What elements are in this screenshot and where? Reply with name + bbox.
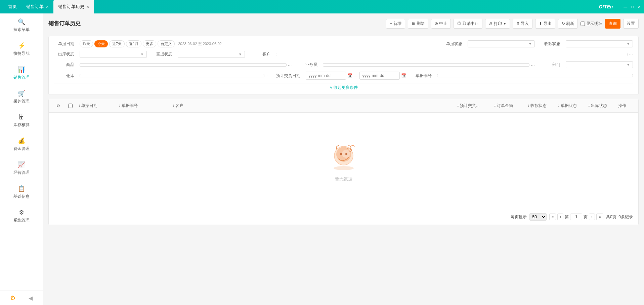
sidebar-item-sys-mgmt[interactable]: ⚙ 系统管理	[0, 204, 43, 228]
warehouse-select[interactable]	[80, 74, 264, 77]
sidebar-item-sales-mgmt[interactable]: 📊 销售管理	[0, 61, 43, 85]
customer-select[interactable]	[276, 53, 628, 56]
th-op: 操作	[615, 103, 636, 109]
filter-row-2: 出库状态 ▼ 完成状态 ▼ 客户 ···	[54, 51, 633, 58]
order-no-input[interactable]	[437, 74, 633, 77]
calendar-icon-start: 📅	[347, 73, 352, 78]
dept-arrow: ▼	[627, 63, 630, 67]
sidebar-item-quick-nav[interactable]: ⚡ 快捷导航	[0, 37, 43, 61]
export-btn[interactable]: ⬇ 导出	[535, 19, 555, 29]
dept-select[interactable]: ▼	[566, 61, 633, 68]
new-btn[interactable]: + 新增	[386, 19, 405, 29]
stop-btn[interactable]: ⊘ 中止	[431, 19, 451, 29]
th-customer[interactable]: ↕ 客户	[170, 103, 454, 109]
table-header: ⚙ ↕ 单据日期 ↕ 单据编号 ↕ 客户 ↕ 预计交货...	[49, 99, 638, 113]
th-delivery-label: ↕ 预计交货...	[457, 103, 479, 109]
th-check[interactable]	[65, 104, 76, 108]
sidebar-item-search-menu[interactable]: 🔍 搜索菜单	[0, 13, 43, 37]
date-badge-1month[interactable]: 近1月	[126, 40, 141, 47]
date-badge-yesterday[interactable]: 昨天	[80, 40, 93, 47]
tab-sales-order-history[interactable]: 销售订单历史 ✕	[53, 0, 94, 13]
query-btn[interactable]: 查询	[605, 19, 620, 29]
delivery-date-start[interactable]	[306, 72, 346, 80]
th-stock-status[interactable]: ↕ 出库状态	[585, 103, 615, 109]
product-dots-btn[interactable]: ···	[288, 62, 292, 68]
empty-text: 暂无数据	[335, 176, 352, 182]
th-amount[interactable]: ↕ 订单金额	[491, 103, 525, 109]
page-size-select[interactable]: 20 50 100	[529, 213, 547, 221]
customer-dots-btn[interactable]: ···	[629, 52, 633, 57]
salesperson-dots-btn[interactable]: ···	[531, 62, 535, 68]
current-page-input[interactable]	[570, 214, 582, 220]
th-settings[interactable]: ⚙	[51, 104, 65, 108]
last-page-btn[interactable]: »	[596, 214, 603, 220]
date-badge-7days[interactable]: 近7天	[109, 40, 125, 47]
th-recv-status[interactable]: ↕ 收款状态	[525, 103, 555, 109]
th-delivery[interactable]: ↕ 预计交货...	[454, 103, 491, 109]
import-btn[interactable]: ⬆ 导入	[513, 19, 532, 29]
page-size-label: 每页显示	[511, 214, 527, 220]
sidebar-settings-icon[interactable]: ⚙	[10, 294, 15, 302]
recv-status-select[interactable]: ▼	[566, 40, 633, 47]
delivery-date-end[interactable]	[359, 72, 400, 80]
date-range-text: 2023-06-02 至 2023-06-02	[178, 41, 222, 46]
complete-status-arrow: ▼	[239, 52, 242, 56]
next-page-btn[interactable]: ›	[589, 214, 595, 220]
cancel-stop-btn[interactable]: ◎ 取消中止	[454, 19, 482, 29]
date-label: 单据日期	[54, 41, 74, 47]
salesperson-label: 业务员	[297, 62, 317, 68]
sys-mgmt-icon: ⚙	[19, 209, 24, 216]
salesperson-select[interactable]	[323, 63, 530, 67]
collapse-label: ∧ 收起更多条件	[329, 85, 358, 90]
maximize-btn[interactable]: □	[631, 5, 634, 9]
recv-status-arrow: ▼	[627, 42, 630, 46]
date-badge-more[interactable]: 更多	[143, 40, 156, 47]
settings-icon: ⚙	[56, 104, 60, 108]
sidebar-collapse-icon[interactable]: ◀	[29, 295, 33, 301]
date-badge-group: 昨天 今天 近7天 近1月 更多 自定义	[80, 40, 175, 47]
th-date[interactable]: ↕ 单据日期	[76, 103, 116, 109]
toolbar: + 新增 🗑 删除 ⊘ 中止 ◎ 取消中止 🖨 打印 ▼ ⬆ 导入 ⬇ 导出 ↻…	[386, 19, 639, 29]
pagination-bar: 每页显示 20 50 100 « ‹ 第 页 › » 共0页, 0条记录	[49, 209, 638, 225]
tab-home[interactable]: 首页	[3, 0, 22, 13]
page-label-post: 页	[584, 214, 588, 220]
tab-sales-order-close[interactable]: ✕	[46, 5, 49, 9]
calendar-icon-end: 📅	[401, 73, 406, 78]
prev-page-btn[interactable]: ‹	[557, 214, 563, 220]
delete-btn[interactable]: 🗑 删除	[408, 19, 428, 29]
close-btn[interactable]: ✕	[638, 5, 641, 9]
sidebar-bottom: ⚙ ◀	[0, 291, 43, 305]
sidebar: 🔍 搜索菜单 ⚡ 快捷导航 📊 销售管理 🛒 采购管理 🗄 库存核算 💰 资金管…	[0, 13, 43, 305]
minimize-btn[interactable]: —	[624, 5, 627, 9]
tab-sales-order[interactable]: 销售订单 ✕	[22, 0, 53, 13]
th-order-no[interactable]: ↕ 单据编号	[116, 103, 170, 109]
display-detail-input[interactable]	[581, 22, 585, 26]
total-label: 共0页, 0条记录	[606, 214, 633, 220]
tab-sales-order-history-close[interactable]: ✕	[86, 5, 89, 9]
date-badge-custom[interactable]: 自定义	[158, 40, 175, 47]
sidebar-item-basic-info[interactable]: 📋 基础信息	[0, 180, 43, 204]
select-all-checkbox[interactable]	[68, 104, 73, 108]
first-page-btn[interactable]: «	[549, 214, 556, 220]
complete-status-select[interactable]: ▼	[178, 51, 245, 58]
th-order-status[interactable]: ↕ 单据状态	[555, 103, 585, 109]
date-badge-today[interactable]: 今天	[94, 40, 108, 47]
sidebar-item-purchase-mgmt[interactable]: 🛒 采购管理	[0, 85, 43, 109]
stock-out-select[interactable]: ▼	[80, 51, 147, 58]
settings-btn[interactable]: 设置	[623, 19, 639, 29]
product-select[interactable]	[80, 63, 287, 67]
empty-illustration	[327, 140, 360, 173]
display-detail-checkbox[interactable]: 显示明细	[581, 21, 602, 27]
refresh-btn[interactable]: ↻ 刷新	[558, 19, 578, 29]
collapse-row[interactable]: ∧ 收起更多条件	[54, 83, 633, 90]
sidebar-item-finance-mgmt[interactable]: 💰 资金管理	[0, 132, 43, 156]
order-status-select[interactable]: ▼	[468, 40, 535, 47]
dept-label: 部门	[540, 62, 560, 68]
sidebar-item-ops-mgmt[interactable]: 📈 经营管理	[0, 156, 43, 180]
warehouse-dots-btn[interactable]: ···	[266, 73, 270, 78]
sidebar-item-inventory-calc[interactable]: 🗄 库存核算	[0, 109, 43, 132]
basic-info-icon: 📋	[18, 185, 25, 192]
product-label: 商品	[54, 62, 74, 68]
sidebar-item-label: 基础信息	[13, 194, 30, 199]
print-btn[interactable]: 🖨 打印 ▼	[485, 19, 510, 29]
